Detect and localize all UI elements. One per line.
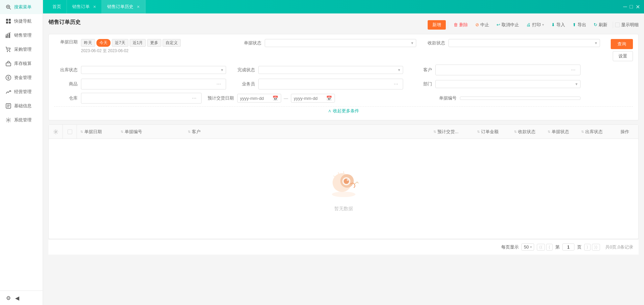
sidebar-item-quick-nav-label: 快捷导航 xyxy=(14,18,32,24)
tab-home-label: 首页 xyxy=(52,4,61,10)
tab-sales-order-history-label: 销售订单历史 xyxy=(107,4,133,10)
settings-button[interactable]: 设置 xyxy=(613,51,633,61)
warehouse-input[interactable]: ··· xyxy=(81,93,202,104)
svg-rect-8 xyxy=(6,35,7,38)
svg-rect-7 xyxy=(9,22,11,24)
date-btn-1month[interactable]: 近1月 xyxy=(130,39,146,47)
delivery-date-to-input[interactable] xyxy=(294,96,324,101)
svg-rect-9 xyxy=(7,34,8,38)
outbound-status-select[interactable]: ▾ xyxy=(81,66,226,74)
table-header-checkbox[interactable] xyxy=(63,125,77,139)
page-number-input[interactable] xyxy=(562,243,574,251)
tab-sales-order-history-close[interactable]: ✕ xyxy=(137,5,140,9)
sort-icon-left: ⇅ xyxy=(581,130,584,134)
inventory-icon xyxy=(5,61,11,67)
date-btn-more[interactable]: 更多 xyxy=(147,39,161,47)
col-outbound-status[interactable]: ⇅ 出库状态 xyxy=(578,129,611,135)
col-date[interactable]: ⇅ 单据日期 xyxy=(77,129,117,135)
product-input[interactable]: ··· xyxy=(81,79,226,89)
col-order-status[interactable]: ⇅ 单据状态 xyxy=(544,129,578,135)
col-customer[interactable]: ⇅ 客户 xyxy=(184,129,430,135)
collapse-sidebar-icon[interactable]: ◀ xyxy=(14,295,20,301)
per-page-select[interactable]: 50 ▾ xyxy=(521,243,534,251)
svg-rect-5 xyxy=(9,19,11,21)
sort-icon-left: ⇅ xyxy=(514,130,517,134)
date-btn-today[interactable]: 今天 xyxy=(96,39,111,47)
department-select[interactable]: ▾ xyxy=(435,80,581,88)
query-button[interactable]: 查询 xyxy=(611,39,633,49)
next-page-btn[interactable]: ⟩ xyxy=(584,244,591,251)
delete-button[interactable]: 🗑 删除 xyxy=(450,20,471,30)
receipt-status-select[interactable]: ▾ xyxy=(448,39,600,47)
sidebar-item-sales-mgmt-label: 销售管理 xyxy=(14,32,32,38)
svg-point-19 xyxy=(8,119,9,121)
display-detail-checkbox[interactable] xyxy=(615,23,620,27)
display-detail-toggle[interactable]: 显示明细 xyxy=(615,22,639,28)
sidebar-item-search-menu[interactable]: 搜索菜单 xyxy=(0,0,43,14)
product-dots-icon[interactable]: ··· xyxy=(214,80,223,88)
empty-illustration xyxy=(324,166,364,200)
sidebar-item-operations[interactable]: 经营管理 xyxy=(0,85,43,99)
print-arrow-icon: ▾ xyxy=(542,23,544,27)
tab-home[interactable]: 首页 xyxy=(47,0,67,13)
complete-status-arrow-icon: ▾ xyxy=(398,68,400,72)
prev-page-btn[interactable]: ⟨ xyxy=(546,244,553,251)
date-btn-yesterday[interactable]: 昨天 xyxy=(81,39,95,47)
print-button[interactable]: 🖨 打印 ▾ xyxy=(523,20,547,30)
svg-rect-6 xyxy=(6,22,8,24)
settings-bottom-icon[interactable]: ⚙ xyxy=(5,295,11,301)
delivery-date-from-input[interactable] xyxy=(240,96,270,101)
topbar-close-btn[interactable]: ✕ xyxy=(636,4,640,10)
total-records-text: 共0页,0条记录 xyxy=(605,244,633,250)
sidebar-item-basic-info[interactable]: 基础信息 xyxy=(0,99,43,113)
date-btn-custom[interactable]: 自定义 xyxy=(163,39,181,47)
sidebar-item-purchase-mgmt[interactable]: 采购管理 xyxy=(0,42,43,56)
order-status-select[interactable]: ▾ xyxy=(265,39,416,47)
sidebar-item-sys-mgmt-label: 系统管理 xyxy=(14,117,32,123)
refresh-button[interactable]: ↻ 刷新 xyxy=(590,20,611,30)
tab-sales-order-close[interactable]: ✕ xyxy=(93,5,96,9)
calendar-from-icon[interactable]: 📅 xyxy=(272,96,278,101)
sales-mgmt-icon xyxy=(5,32,11,38)
complete-status-select[interactable]: ▾ xyxy=(258,66,403,74)
sidebar-item-inventory[interactable]: 库存核算 xyxy=(0,56,43,71)
export-button[interactable]: ⬆ 导出 xyxy=(569,20,590,30)
sidebar-item-purchase-mgmt-label: 采购管理 xyxy=(14,46,32,52)
topbar-maximize-btn[interactable]: □ xyxy=(630,4,633,10)
cancel-stop-button[interactable]: ↩ 取消中止 xyxy=(493,20,522,30)
col-delivery-date[interactable]: ⇅ 预计交货... xyxy=(430,129,474,135)
tab-sales-order-history[interactable]: 销售订单历史 ✕ xyxy=(102,0,145,13)
col-action: 操作 xyxy=(611,129,638,135)
first-page-btn[interactable]: ⟨⟨ xyxy=(537,244,545,251)
date-btn-7days[interactable]: 近7天 xyxy=(112,39,128,47)
delivery-date-to[interactable]: 📅 xyxy=(291,94,335,103)
collapse-filter-btn[interactable]: ∧ 收起更多条件 xyxy=(54,106,633,115)
last-page-btn[interactable]: ⟩⟩ xyxy=(592,244,600,251)
customer-dots-icon[interactable]: ··· xyxy=(569,66,577,74)
topbar-minimize-btn[interactable]: ─ xyxy=(623,4,627,10)
table-settings-icon[interactable] xyxy=(49,125,63,139)
import-button[interactable]: ⬇ 导入 xyxy=(548,20,568,30)
salesperson-input[interactable]: ··· xyxy=(258,79,403,89)
pagination: 每页显示 50 ▾ ⟨⟨ ⟨ 第 页 ⟩ ⟩⟩ 共0页,0条记录 xyxy=(48,239,639,255)
tab-sales-order[interactable]: 销售订单 ✕ xyxy=(67,0,102,13)
col-number[interactable]: ⇅ 单据编号 xyxy=(117,129,184,135)
customer-input[interactable]: ··· xyxy=(435,65,581,75)
col-receipt-status[interactable]: ⇅ 收款状态 xyxy=(511,129,544,135)
delivery-date-from[interactable]: 📅 xyxy=(237,94,281,103)
date-filter-label: 单据日期 xyxy=(54,39,81,45)
new-button[interactable]: 新增 xyxy=(428,20,446,30)
order-number-input[interactable] xyxy=(460,97,581,100)
sidebar-item-quick-nav[interactable]: 快捷导航 xyxy=(0,14,43,28)
page-title: 销售订单历史 xyxy=(48,19,81,26)
stop-button[interactable]: ⊘ 中止 xyxy=(472,20,492,30)
sidebar-item-sales-mgmt[interactable]: 销售管理 xyxy=(0,28,43,42)
sidebar-item-finance[interactable]: 资金管理 xyxy=(0,71,43,85)
col-order-amount[interactable]: ⇅ 订单金额 xyxy=(474,129,511,135)
calendar-to-icon[interactable]: 📅 xyxy=(326,96,332,101)
salesperson-dots-icon[interactable]: ··· xyxy=(392,80,400,88)
sort-icon-left: ⇅ xyxy=(477,130,480,134)
sidebar-item-sys-mgmt[interactable]: 系统管理 xyxy=(0,113,43,127)
table-header: ⇅ 单据日期 ⇅ 单据编号 ⇅ 客户 ⇅ 预计交货... ⇅ 订单金额 xyxy=(49,125,638,139)
warehouse-dots-icon[interactable]: ··· xyxy=(190,94,198,102)
